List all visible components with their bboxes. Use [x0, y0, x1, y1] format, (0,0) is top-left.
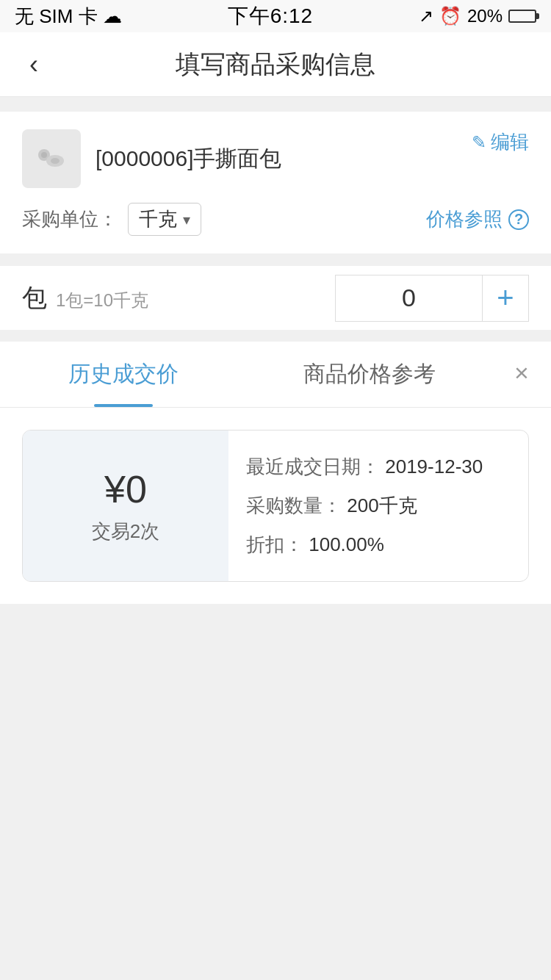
discount-label: 折扣：: [246, 533, 303, 555]
tab-history-price[interactable]: 历史成交价: [0, 342, 246, 407]
svg-point-1: [41, 152, 47, 158]
discount-row: 折扣： 100.00%: [246, 530, 511, 559]
unit-value: 千克: [139, 206, 177, 232]
unit-label: 采购单位：: [22, 208, 118, 230]
quantity-plus-button[interactable]: +: [482, 275, 529, 322]
battery-percent: 20%: [467, 6, 503, 26]
product-name: [0000006]手撕面包: [96, 144, 281, 174]
status-time: 下午6:12: [228, 2, 314, 30]
price-card: ¥0 交易2次 最近成交日期： 2019-12-30 采购数量： 200千克 折…: [22, 430, 529, 582]
price-ref-label: 价格参照: [426, 206, 503, 232]
tabs-header: 历史成交价 商品价格参考 ×: [0, 342, 551, 408]
battery-icon: [508, 10, 536, 23]
unit-select[interactable]: 千克 ▾: [128, 203, 201, 236]
quantity-input-container: +: [335, 275, 529, 322]
chevron-down-icon: ▾: [183, 211, 190, 228]
unit-section: 采购单位： 千克 ▾: [22, 203, 201, 236]
edit-button[interactable]: ✎ 编辑: [472, 129, 529, 155]
quantity-unit-ratio: 1包=10千克: [56, 289, 148, 312]
product-unit-row: 采购单位： 千克 ▾ 价格参照 ?: [22, 203, 529, 236]
nav-bar: ‹ 填写商品采购信息: [0, 32, 551, 97]
tabs-section: 历史成交价 商品价格参考 × ¥0 交易2次 最近成交日期： 2019-12-3…: [0, 342, 551, 604]
location-icon: ↗: [419, 6, 433, 26]
purchase-qty-label: 采购数量：: [246, 494, 342, 516]
price-reference-button[interactable]: 价格参照 ?: [426, 206, 529, 232]
recent-date-label: 最近成交日期：: [246, 455, 380, 478]
status-bar: 无 SIM 卡 ☁ 下午6:12 ↗ ⏰ 20%: [0, 0, 551, 32]
price-amount: ¥0: [104, 467, 147, 511]
recent-date-value: 2019-12-30: [385, 455, 483, 478]
back-button[interactable]: ‹: [22, 42, 46, 87]
status-left: 无 SIM 卡 ☁: [15, 4, 122, 29]
info-icon: ?: [508, 209, 529, 230]
quantity-row: 包 1包=10千克 +: [0, 265, 551, 330]
network-status: 无 SIM 卡 ☁: [15, 4, 122, 29]
product-card: [0000006]手撕面包 ✎ 编辑 采购单位： 千克 ▾ 价格参照 ?: [0, 112, 551, 253]
alarm-icon: ⏰: [439, 6, 461, 26]
tab-close-button[interactable]: ×: [492, 359, 551, 390]
history-price-content: ¥0 交易2次 最近成交日期： 2019-12-30 采购数量： 200千克 折…: [0, 408, 551, 604]
purchase-qty-value: 200千克: [347, 494, 417, 516]
price-times: 交易2次: [92, 519, 159, 544]
price-card-left: ¥0 交易2次: [23, 430, 228, 581]
main-content-area: [0, 604, 551, 980]
status-right: ↗ ⏰ 20%: [419, 6, 536, 26]
edit-icon: ✎: [472, 132, 486, 153]
page-title: 填写商品采购信息: [176, 48, 375, 82]
quantity-section: 包 1包=10千克 +: [0, 265, 551, 330]
edit-label: 编辑: [491, 129, 529, 155]
quantity-label-container: 包 1包=10千克: [22, 281, 335, 315]
svg-point-3: [51, 158, 60, 164]
product-header: [0000006]手撕面包 ✎ 编辑: [22, 129, 529, 188]
product-thumbnail: [22, 129, 81, 188]
recent-date-row: 最近成交日期： 2019-12-30: [246, 453, 511, 481]
quantity-unit-name: 包: [22, 281, 47, 315]
tab-product-price-reference[interactable]: 商品价格参考: [246, 342, 492, 407]
discount-value: 100.00%: [309, 533, 384, 555]
price-card-right: 最近成交日期： 2019-12-30 采购数量： 200千克 折扣： 100.0…: [228, 430, 528, 581]
purchase-qty-row: 采购数量： 200千克: [246, 491, 511, 520]
product-left: [0000006]手撕面包: [22, 129, 472, 188]
quantity-input[interactable]: [335, 275, 482, 322]
